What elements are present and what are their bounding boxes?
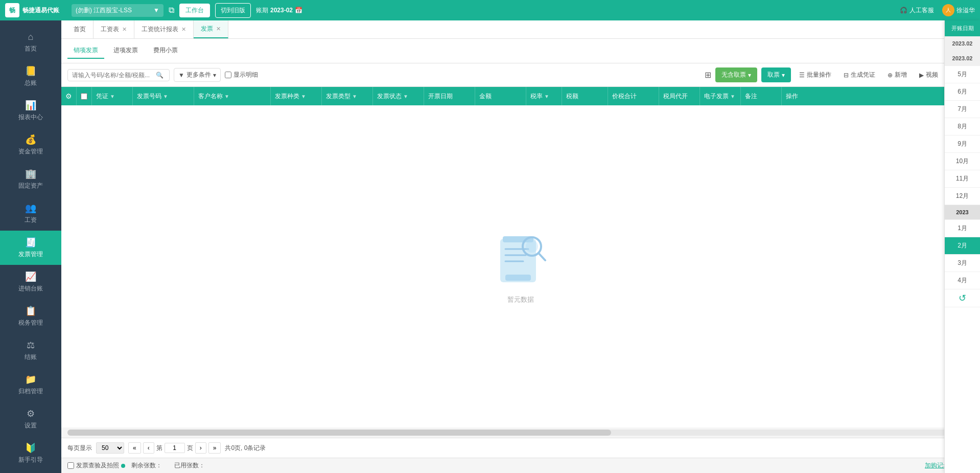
date-month-4[interactable]: 4月 <box>945 272 980 289</box>
detail-checkbox[interactable] <box>225 72 231 78</box>
sidebar-item-ledger[interactable]: 📒 总账 <box>0 59 61 94</box>
sidebar-label-home: 首页 <box>25 44 37 53</box>
sidebar-item-assets[interactable]: 🏢 固定资产 <box>0 162 61 196</box>
date-panel: 开账日期 2023.02 2023.02 5月 6月 7月 8月 9月 10月 … <box>944 20 980 473</box>
table-body: 暂元数据 <box>61 105 980 427</box>
payroll-tab-close[interactable]: ✕ <box>122 26 127 33</box>
batch-ops-button[interactable]: ☰ 批量操作 <box>795 69 835 81</box>
date-month-3[interactable]: 3月 <box>945 255 980 272</box>
invoice-tab-close[interactable]: ✕ <box>216 26 221 32</box>
generate-voucher-button[interactable]: ⊟ 生成凭证 <box>839 69 879 81</box>
company-selector[interactable]: (勿删) 江西股宝-LSS ▼ <box>72 4 164 17</box>
date-month-7[interactable]: 7月 <box>945 101 980 118</box>
video-button[interactable]: ▶ 视频 <box>915 69 942 81</box>
old-version-button[interactable]: 切到旧版 <box>215 3 251 18</box>
fetch-button[interactable]: 取票 ▾ <box>761 67 791 82</box>
horizontal-scrollbar[interactable] <box>67 430 974 436</box>
used-label: 已用张数： <box>174 461 205 470</box>
copy-icon: ⧉ <box>169 6 174 15</box>
sort-invoice-no: ▼ <box>163 94 168 99</box>
date-month-10[interactable]: 10月 <box>945 153 980 170</box>
sidebar-item-sales[interactable]: 📈 进销台账 <box>0 265 61 299</box>
date-year-2023: 2023 <box>945 205 980 220</box>
date-month-2-active[interactable]: 2月 <box>945 237 980 255</box>
last-page-btn[interactable]: » <box>208 442 221 454</box>
date-month-9[interactable]: 9月 <box>945 136 980 153</box>
sub-tab-expense[interactable]: 费用小票 <box>147 43 184 59</box>
sub-tab-sales[interactable]: 销项发票 <box>67 43 104 59</box>
th-invoice-no: 发票号码 ▼ <box>133 87 194 105</box>
page-number-input[interactable] <box>165 443 185 453</box>
sidebar-item-funds[interactable]: 💰 资金管理 <box>0 128 61 162</box>
sub-tab-purchase[interactable]: 进项发票 <box>107 43 144 59</box>
sidebar-item-tax[interactable]: 📋 税务管理 <box>0 299 61 333</box>
sidebar-label-guide: 新手引导 <box>18 456 43 464</box>
svg-line-8 <box>539 253 545 260</box>
guide-icon: 🔰 <box>25 442 36 454</box>
show-detail-checkbox[interactable]: 显示明细 <box>225 71 258 79</box>
date-month-1[interactable]: 1月 <box>945 220 980 237</box>
tab-payroll-stats[interactable]: 工资统计报表 ✕ <box>134 20 194 38</box>
date-month-8[interactable]: 8月 <box>945 118 980 136</box>
tab-bar: 首页 工资表 ✕ 工资统计报表 ✕ 发票 ✕ ✕ ⛶ <box>61 20 980 39</box>
avatar: 人 <box>942 4 954 16</box>
th-tax-amount: 税额 <box>562 87 608 105</box>
page-size-select[interactable]: 50 10 20 100 <box>96 442 124 454</box>
table-area: ⚙ 凭证 ▼ 发票号码 ▼ 客户名称 ▼ <box>61 87 980 458</box>
date-panel-refresh-btn[interactable]: ↺ <box>945 289 980 307</box>
sort-invoice-category: ▼ <box>352 94 357 99</box>
tab-payroll-table[interactable]: 工资表 ✕ <box>94 20 134 38</box>
status-bar: 发票查验及拍照 剩余张数： 已用张数： 加购记录 去充值 <box>61 458 980 473</box>
user-avatar-area[interactable]: 人 徐溢华 <box>942 4 975 16</box>
date-month-6[interactable]: 6月 <box>945 83 980 101</box>
select-all-checkbox[interactable] <box>81 93 87 100</box>
next-page-btn[interactable]: › <box>195 442 206 454</box>
settings-col-icon: ⚙ <box>65 92 72 100</box>
sidebar-item-home[interactable]: ⌂ 首页 <box>0 26 61 59</box>
date-month-5[interactable]: 5月 <box>945 66 980 83</box>
plus-icon: ⊕ <box>888 72 893 79</box>
dropdown-icon: ▼ <box>153 7 159 14</box>
date-month-11[interactable]: 11月 <box>945 170 980 188</box>
sidebar: ⌂ 首页 📒 总账 📊 报表中心 💰 资金管理 🏢 固定资产 👥 工资 🧾 发票… <box>0 20 61 473</box>
filter-button[interactable]: ▼ 更多条件 ▾ <box>174 68 221 82</box>
sidebar-label-archive: 归档管理 <box>18 387 43 396</box>
sidebar-label-payroll: 工资 <box>25 216 37 224</box>
sidebar-item-guide[interactable]: 🔰 新手引导 <box>0 436 61 470</box>
sort-voucher: ▼ <box>110 94 115 99</box>
tab-home[interactable]: 首页 <box>66 20 94 38</box>
search-input[interactable] <box>72 72 154 79</box>
sidebar-item-reports[interactable]: 📊 报表中心 <box>0 94 61 128</box>
accounting-period: 账期 2023-02 📅 <box>256 6 302 15</box>
open-period-button[interactable]: 开账日期 <box>945 20 980 36</box>
th-open-date: 开票日期 <box>424 87 475 105</box>
sidebar-item-payroll[interactable]: 👥 工资 <box>0 196 61 231</box>
tab-invoice[interactable]: 发票 ✕ <box>194 20 228 38</box>
payroll-icon: 👥 <box>25 202 36 214</box>
sort-invoice-status: ▼ <box>403 94 408 99</box>
sidebar-item-archive[interactable]: 📁 归档管理 <box>0 368 61 402</box>
workspace-button[interactable]: 工作台 <box>179 4 210 17</box>
customer-service[interactable]: 🎧 人工客服 <box>900 6 934 15</box>
sales-icon: 📈 <box>25 271 36 282</box>
new-button[interactable]: ⊕ 新增 <box>883 69 911 81</box>
period-value: 2023-02 <box>270 7 293 14</box>
scrollbar-thumb <box>67 430 611 436</box>
prev-page-btn[interactable]: ‹ <box>143 442 154 454</box>
no-tax-button[interactable]: 无含取票 ▾ <box>715 67 757 82</box>
main-layout: ⌂ 首页 📒 总账 📊 报表中心 💰 资金管理 🏢 固定资产 👥 工资 🧾 发票… <box>0 20 980 473</box>
sidebar-item-settlement[interactable]: ⚖ 结账 <box>0 333 61 368</box>
payroll-stats-close[interactable]: ✕ <box>181 26 186 33</box>
sidebar-item-invoice[interactable]: 🧾 发票管理 <box>0 231 61 265</box>
sidebar-item-member[interactable]: 👑 畅会员 <box>0 470 61 473</box>
sort-tax-rate: ▼ <box>544 94 549 99</box>
search-icon: 🔍 <box>156 72 164 79</box>
th-voucher: 凭证 ▼ <box>92 87 133 105</box>
date-month-12[interactable]: 12月 <box>945 188 980 205</box>
verify-checkbox[interactable] <box>67 462 74 469</box>
column-settings-icon[interactable]: ⊞ <box>705 70 711 80</box>
sidebar-item-settings[interactable]: ⚙ 设置 <box>0 402 61 436</box>
total-info: 共0页, 0条记录 <box>225 444 266 453</box>
first-page-btn[interactable]: « <box>128 442 141 454</box>
date-header-2: 2023.02 <box>945 51 980 66</box>
